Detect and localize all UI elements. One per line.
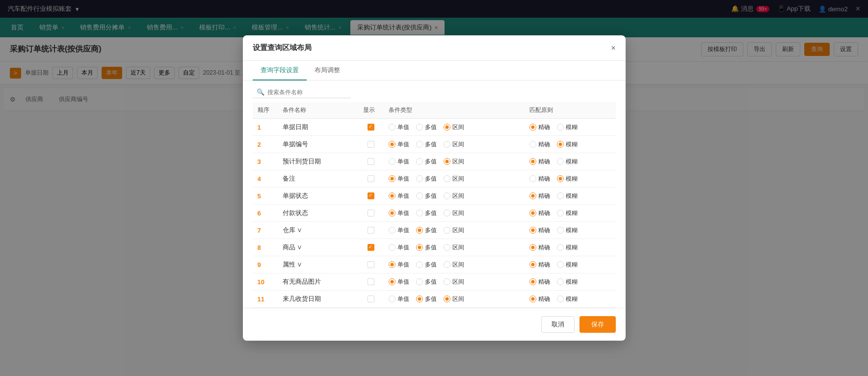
- type-range-radio[interactable]: [444, 244, 450, 251]
- type-single-option[interactable]: 单值: [389, 243, 409, 252]
- type-range-radio[interactable]: [444, 295, 450, 302]
- type-single-option[interactable]: 单值: [389, 261, 409, 269]
- type-single-radio[interactable]: [389, 244, 395, 251]
- match-fuzzy-radio[interactable]: [557, 141, 564, 148]
- type-multi-option[interactable]: 多值: [416, 175, 437, 183]
- match-fuzzy-radio[interactable]: [557, 227, 564, 234]
- match-fuzzy-radio[interactable]: [557, 295, 564, 302]
- type-single-option[interactable]: 单值: [389, 140, 409, 149]
- match-fuzzy-option[interactable]: 模糊: [557, 243, 578, 252]
- match-exact-radio[interactable]: [529, 175, 536, 182]
- match-exact-option[interactable]: 精确: [529, 192, 550, 200]
- type-range-option[interactable]: 区间: [444, 278, 464, 286]
- type-multi-radio[interactable]: [416, 295, 423, 302]
- match-fuzzy-option[interactable]: 模糊: [557, 261, 578, 269]
- type-range-radio[interactable]: [444, 278, 450, 285]
- type-multi-radio[interactable]: [416, 141, 423, 148]
- match-fuzzy-option[interactable]: 模糊: [557, 192, 578, 200]
- type-range-option[interactable]: 区间: [444, 140, 464, 149]
- type-single-option[interactable]: 单值: [389, 123, 409, 132]
- type-range-radio[interactable]: [444, 210, 450, 216]
- match-exact-option[interactable]: 精确: [529, 278, 550, 286]
- match-fuzzy-radio[interactable]: [557, 278, 564, 285]
- match-exact-radio[interactable]: [529, 244, 536, 251]
- type-multi-radio[interactable]: [416, 227, 423, 234]
- match-exact-option[interactable]: 精确: [529, 158, 550, 166]
- match-exact-radio[interactable]: [529, 141, 536, 148]
- match-fuzzy-radio[interactable]: [557, 158, 564, 165]
- show-checkbox[interactable]: [368, 295, 374, 302]
- match-exact-option[interactable]: 精确: [529, 140, 550, 149]
- type-single-option[interactable]: 单值: [389, 209, 409, 217]
- type-multi-option[interactable]: 多值: [416, 261, 437, 269]
- type-range-radio[interactable]: [444, 141, 450, 148]
- cancel-btn[interactable]: 取消: [541, 316, 575, 333]
- match-exact-radio[interactable]: [529, 278, 536, 285]
- type-range-option[interactable]: 区间: [444, 123, 464, 132]
- modal-tab-fields[interactable]: 查询字段设置: [253, 61, 307, 81]
- match-exact-radio[interactable]: [529, 227, 536, 234]
- type-multi-option[interactable]: 多值: [416, 123, 437, 132]
- type-multi-option[interactable]: 多值: [416, 226, 437, 235]
- type-multi-option[interactable]: 多值: [416, 278, 437, 286]
- match-exact-option[interactable]: 精确: [529, 123, 550, 132]
- match-exact-option[interactable]: 精确: [529, 243, 550, 252]
- type-single-radio[interactable]: [389, 261, 395, 268]
- type-single-option[interactable]: 单值: [389, 158, 409, 166]
- type-range-option[interactable]: 区间: [444, 158, 464, 166]
- show-checkbox[interactable]: [368, 141, 374, 148]
- show-checkbox[interactable]: [368, 124, 374, 131]
- match-exact-radio[interactable]: [529, 295, 536, 302]
- modal-tab-layout[interactable]: 布局调整: [307, 61, 348, 81]
- show-checkbox[interactable]: [368, 192, 374, 199]
- type-multi-radio[interactable]: [416, 192, 423, 199]
- show-checkbox[interactable]: [368, 244, 374, 251]
- type-single-radio[interactable]: [389, 175, 395, 182]
- type-multi-radio[interactable]: [416, 244, 423, 251]
- type-range-option[interactable]: 区间: [444, 261, 464, 269]
- type-single-radio[interactable]: [389, 158, 395, 165]
- match-exact-radio[interactable]: [529, 261, 536, 268]
- match-fuzzy-radio[interactable]: [557, 192, 564, 199]
- match-exact-radio[interactable]: [529, 210, 536, 216]
- type-single-option[interactable]: 单值: [389, 226, 409, 235]
- type-multi-radio[interactable]: [416, 210, 423, 216]
- match-fuzzy-option[interactable]: 模糊: [557, 158, 578, 166]
- type-single-radio[interactable]: [389, 210, 395, 216]
- type-multi-radio[interactable]: [416, 158, 423, 165]
- type-single-radio[interactable]: [389, 278, 395, 285]
- match-fuzzy-option[interactable]: 模糊: [557, 278, 578, 286]
- match-exact-option[interactable]: 精确: [529, 209, 550, 217]
- match-fuzzy-radio[interactable]: [557, 261, 564, 268]
- type-multi-radio[interactable]: [416, 175, 423, 182]
- match-exact-radio[interactable]: [529, 124, 536, 131]
- type-range-option[interactable]: 区间: [444, 243, 464, 252]
- type-single-option[interactable]: 单值: [389, 295, 409, 303]
- match-exact-radio[interactable]: [529, 192, 536, 199]
- type-multi-radio[interactable]: [416, 278, 423, 285]
- match-exact-radio[interactable]: [529, 158, 536, 165]
- match-exact-option[interactable]: 精确: [529, 175, 550, 183]
- type-range-radio[interactable]: [444, 175, 450, 182]
- type-range-option[interactable]: 区间: [444, 175, 464, 183]
- match-fuzzy-radio[interactable]: [557, 210, 564, 216]
- match-exact-option[interactable]: 精确: [529, 295, 550, 303]
- type-range-radio[interactable]: [444, 124, 450, 131]
- show-checkbox[interactable]: [368, 158, 374, 165]
- type-range-radio[interactable]: [444, 192, 450, 199]
- modal-close-btn[interactable]: ×: [611, 44, 615, 52]
- match-fuzzy-option[interactable]: 模糊: [557, 175, 578, 183]
- type-multi-option[interactable]: 多值: [416, 140, 437, 149]
- match-fuzzy-option[interactable]: 模糊: [557, 123, 578, 132]
- type-single-radio[interactable]: [389, 124, 395, 131]
- match-exact-option[interactable]: 精确: [529, 261, 550, 269]
- search-input[interactable]: [267, 89, 341, 96]
- type-multi-option[interactable]: 多值: [416, 295, 437, 303]
- type-multi-option[interactable]: 多值: [416, 243, 437, 252]
- show-checkbox[interactable]: [368, 261, 374, 268]
- type-range-radio[interactable]: [444, 227, 450, 234]
- match-fuzzy-option[interactable]: 模糊: [557, 295, 578, 303]
- show-checkbox[interactable]: [368, 278, 374, 285]
- match-exact-option[interactable]: 精确: [529, 226, 550, 235]
- match-fuzzy-radio[interactable]: [557, 124, 564, 131]
